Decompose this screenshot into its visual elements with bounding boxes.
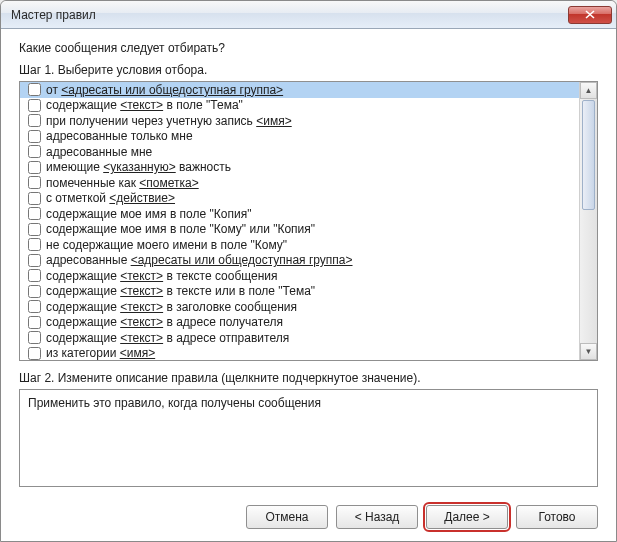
condition-link[interactable]: <адресаты или общедоступная группа> bbox=[61, 83, 283, 97]
conditions-list-inner: от <адресаты или общедоступная группа>со… bbox=[20, 82, 579, 360]
condition-row[interactable]: содержащие мое имя в поле "Копия" bbox=[20, 206, 579, 222]
condition-label: помеченные как <пометка> bbox=[46, 176, 199, 190]
condition-row[interactable]: имеющие <указанную> важность bbox=[20, 160, 579, 176]
condition-link[interactable]: <текст> bbox=[120, 284, 163, 298]
condition-label: из категории <имя> bbox=[46, 346, 155, 360]
condition-row[interactable]: из категории <имя> bbox=[20, 346, 579, 361]
condition-checkbox[interactable] bbox=[28, 269, 41, 282]
condition-checkbox[interactable] bbox=[28, 176, 41, 189]
condition-row[interactable]: содержащие <текст> в заголовке сообщения bbox=[20, 299, 579, 315]
condition-label: содержащие <текст> в тексте или в поле "… bbox=[46, 284, 315, 298]
condition-label: содержащие мое имя в поле "Копия" bbox=[46, 207, 251, 221]
condition-link[interactable]: <адресаты или общедоступная группа> bbox=[131, 253, 353, 267]
condition-label: имеющие <указанную> важность bbox=[46, 160, 231, 174]
close-icon bbox=[585, 10, 595, 19]
condition-checkbox[interactable] bbox=[28, 114, 41, 127]
condition-checkbox[interactable] bbox=[28, 145, 41, 158]
condition-link[interactable]: <текст> bbox=[120, 98, 163, 112]
condition-checkbox[interactable] bbox=[28, 223, 41, 236]
condition-row[interactable]: с отметкой <действие> bbox=[20, 191, 579, 207]
condition-row[interactable]: адресованные только мне bbox=[20, 129, 579, 145]
cancel-button[interactable]: Отмена bbox=[246, 505, 328, 529]
condition-label: содержащие <текст> в заголовке сообщения bbox=[46, 300, 297, 314]
condition-checkbox[interactable] bbox=[28, 238, 41, 251]
condition-row[interactable]: содержащие <текст> в адресе отправителя bbox=[20, 330, 579, 346]
condition-row[interactable]: адресованные <адресаты или общедоступная… bbox=[20, 253, 579, 269]
condition-checkbox[interactable] bbox=[28, 130, 41, 143]
prompt-text: Какие сообщения следует отбирать? bbox=[19, 41, 598, 55]
dialog-content: Какие сообщения следует отбирать? Шаг 1.… bbox=[1, 29, 616, 497]
condition-checkbox[interactable] bbox=[28, 285, 41, 298]
condition-checkbox[interactable] bbox=[28, 161, 41, 174]
condition-link[interactable]: <текст> bbox=[120, 315, 163, 329]
title-bar: Мастер правил bbox=[1, 1, 616, 29]
condition-link[interactable]: <имя> bbox=[256, 114, 291, 128]
condition-row[interactable]: при получении через учетную запись <имя> bbox=[20, 113, 579, 129]
step2-label: Шаг 2. Измените описание правила (щелкни… bbox=[19, 371, 598, 385]
condition-label: адресованные мне bbox=[46, 145, 152, 159]
condition-label: содержащие <текст> в адресе получателя bbox=[46, 315, 283, 329]
condition-checkbox[interactable] bbox=[28, 254, 41, 267]
condition-checkbox[interactable] bbox=[28, 316, 41, 329]
condition-link[interactable]: <указанную> bbox=[103, 160, 176, 174]
scroll-down-button[interactable]: ▼ bbox=[580, 343, 597, 360]
condition-row[interactable]: содержащие <текст> в поле "Тема" bbox=[20, 98, 579, 114]
condition-link[interactable]: <текст> bbox=[120, 331, 163, 345]
condition-label: адресованные только мне bbox=[46, 129, 193, 143]
condition-row[interactable]: адресованные мне bbox=[20, 144, 579, 160]
condition-checkbox[interactable] bbox=[28, 300, 41, 313]
dialog-footer: Отмена < Назад Далее > Готово bbox=[1, 497, 616, 541]
condition-checkbox[interactable] bbox=[28, 331, 41, 344]
condition-row[interactable]: содержащие <текст> в тексте сообщения bbox=[20, 268, 579, 284]
condition-label: от <адресаты или общедоступная группа> bbox=[46, 83, 283, 97]
condition-row[interactable]: от <адресаты или общедоступная группа> bbox=[20, 82, 579, 98]
condition-link[interactable]: <текст> bbox=[120, 300, 163, 314]
condition-row[interactable]: помеченные как <пометка> bbox=[20, 175, 579, 191]
step2-section: Шаг 2. Измените описание правила (щелкни… bbox=[19, 371, 598, 487]
condition-label: с отметкой <действие> bbox=[46, 191, 175, 205]
close-button[interactable] bbox=[568, 6, 612, 24]
scroll-up-button[interactable]: ▲ bbox=[580, 82, 597, 99]
condition-row[interactable]: содержащие мое имя в поле "Кому" или "Ко… bbox=[20, 222, 579, 238]
rules-wizard-dialog: Мастер правил Какие сообщения следует от… bbox=[0, 0, 617, 542]
step1-label: Шаг 1. Выберите условия отбора. bbox=[19, 63, 598, 77]
condition-link[interactable]: <пометка> bbox=[139, 176, 198, 190]
next-button[interactable]: Далее > bbox=[426, 505, 508, 529]
condition-label: не содержащие моего имени в поле "Кому" bbox=[46, 238, 287, 252]
finish-button[interactable]: Готово bbox=[516, 505, 598, 529]
rule-description-text: Применить это правило, когда получены со… bbox=[28, 396, 321, 410]
scroll-thumb[interactable] bbox=[582, 100, 595, 210]
condition-label: содержащие <текст> в адресе отправителя bbox=[46, 331, 289, 345]
condition-row[interactable]: содержащие <текст> в тексте или в поле "… bbox=[20, 284, 579, 300]
condition-row[interactable]: содержащие <текст> в адресе получателя bbox=[20, 315, 579, 331]
condition-row[interactable]: не содержащие моего имени в поле "Кому" bbox=[20, 237, 579, 253]
condition-checkbox[interactable] bbox=[28, 99, 41, 112]
condition-link[interactable]: <действие> bbox=[109, 191, 175, 205]
rule-description-box[interactable]: Применить это правило, когда получены со… bbox=[19, 389, 598, 487]
conditions-list: от <адресаты или общедоступная группа>со… bbox=[19, 81, 598, 361]
condition-label: при получении через учетную запись <имя> bbox=[46, 114, 292, 128]
condition-label: содержащие <текст> в тексте сообщения bbox=[46, 269, 278, 283]
scrollbar[interactable]: ▲ ▼ bbox=[579, 82, 597, 360]
condition-link[interactable]: <текст> bbox=[120, 269, 163, 283]
condition-label: адресованные <адресаты или общедоступная… bbox=[46, 253, 353, 267]
condition-checkbox[interactable] bbox=[28, 207, 41, 220]
condition-label: содержащие <текст> в поле "Тема" bbox=[46, 98, 243, 112]
condition-checkbox[interactable] bbox=[28, 347, 41, 360]
window-title: Мастер правил bbox=[11, 8, 568, 22]
condition-label: содержащие мое имя в поле "Кому" или "Ко… bbox=[46, 222, 315, 236]
condition-checkbox[interactable] bbox=[28, 83, 41, 96]
back-button[interactable]: < Назад bbox=[336, 505, 418, 529]
condition-checkbox[interactable] bbox=[28, 192, 41, 205]
condition-link[interactable]: <имя> bbox=[120, 346, 155, 360]
